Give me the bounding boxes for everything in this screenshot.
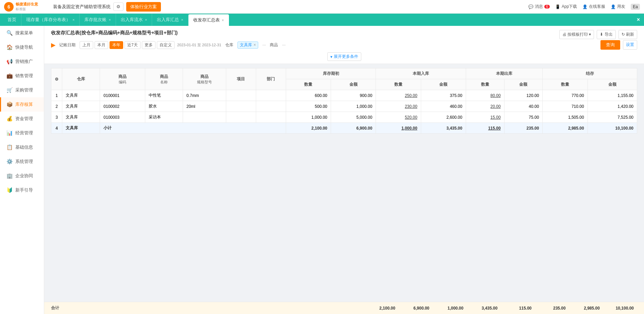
tab-close-all[interactable]: × [637, 17, 640, 23]
logo-area: 6 畅捷通好生意 标准版 [4, 2, 48, 12]
cell-balance-amount: 7,525.00 [588, 112, 637, 123]
tab-home[interactable]: 首页 [3, 14, 21, 26]
message-action[interactable]: 💬 消息 6 [528, 4, 550, 10]
sidebar-item-search[interactable]: 🔍 搜索菜单 [0, 26, 44, 40]
sidebar-item-base-info-label: 基础信息 [15, 144, 33, 150]
sidebar-item-enterprise-label: 企业协同 [15, 173, 33, 179]
operations-icon: 📊 [6, 130, 13, 136]
chevron-down-icon: ▾ [589, 32, 591, 37]
date-btn-custom[interactable]: 自定义 [157, 41, 175, 49]
top-header: 6 畅捷通好生意 标准版 装备及固定资产辅助管理系统 ⚙ 体验行业方案 💬 消息… [0, 0, 644, 14]
subtotal-in-amount: 3,435.00 [421, 123, 466, 134]
sidebar-item-enterprise[interactable]: 🏢 企业协同 [0, 169, 44, 183]
sidebar-item-operations-label: 经营管理 [15, 130, 33, 136]
cell-project [226, 90, 256, 101]
sidebar-item-marketing[interactable]: 📢 营销推广 [0, 54, 44, 69]
tab-in-out-summary-close[interactable]: × [181, 18, 183, 22]
system-name: 装备及固定资产辅助管理系统 [53, 4, 111, 10]
tab-batch-account-label: 库存批次账 [84, 17, 106, 23]
footer-in-qty: 1,000.00 [433, 306, 467, 311]
sidebar-item-operations[interactable]: 📊 经营管理 [0, 126, 44, 140]
sidebar-item-system[interactable]: ⚙️ 系统管理 [0, 154, 44, 169]
tab-in-out-summary-label: 出入库汇总 [157, 17, 179, 23]
try-plan-button[interactable]: 体验行业方案 [126, 2, 161, 12]
warehouse-more[interactable]: ··· [262, 43, 266, 47]
th-out-group: 本期出库 [466, 68, 542, 79]
date-btn-more[interactable]: 更多 [142, 41, 155, 49]
th-opening-amount: 金额 [331, 79, 376, 90]
warehouse-remove-icon[interactable]: × [253, 43, 256, 47]
message-icon: 💬 [528, 4, 533, 9]
subtotal-in-qty[interactable]: 1,000.00 [376, 123, 421, 134]
tab-batch-account-close[interactable]: × [109, 18, 111, 22]
query-button[interactable]: 查询 [600, 40, 620, 50]
tab-in-out-summary[interactable]: 出入库汇总 × [152, 14, 188, 26]
date-btn-this-month[interactable]: 本月 [95, 41, 108, 49]
product-more[interactable]: ··· [282, 43, 285, 47]
service-icon: 👤 [582, 4, 588, 9]
table-row: 1 文具库 0100001 中性笔 0.7mm 600.00 900.00 25… [51, 90, 637, 101]
subtotal-label: 小计 [100, 123, 286, 134]
gear-button[interactable]: ⚙ [113, 2, 123, 11]
tab-recv-send-summary[interactable]: 收发存汇总表 × [188, 14, 229, 26]
cell-out-qty[interactable]: 20.00 [466, 101, 504, 112]
date-btn-7days[interactable]: 近7天 [125, 41, 141, 49]
tab-home-label: 首页 [7, 17, 16, 23]
sidebar-item-inventory-label: 库存核算 [15, 101, 33, 108]
th-gear[interactable]: ⚙ [51, 68, 62, 90]
sidebar-item-purchase[interactable]: 🛒 采购管理 [0, 83, 44, 97]
subtotal-out-qty[interactable]: 115.00 [466, 123, 504, 134]
inventory-icon: 📦 [6, 101, 13, 108]
cell-opening-amount: 1,000.00 [331, 101, 376, 112]
cell-project [226, 101, 256, 112]
cell-out-qty[interactable]: 80.00 [466, 90, 504, 101]
date-btn-this-year[interactable]: 本年 [110, 41, 123, 49]
subtotal-seq: 4 [51, 123, 62, 134]
sidebar-item-sales[interactable]: 💼 销售管理 [0, 69, 44, 83]
table-row: 3 文具库 0100003 采访本 1,000.00 5,000.00 520.… [51, 112, 637, 123]
footer-totals: 2,100.00 6,900.00 1,000.00 3,435.00 115.… [92, 306, 637, 311]
tab-in-out-flow-close[interactable]: × [145, 18, 147, 22]
app-download-action[interactable]: 📱 App下载 [555, 4, 577, 10]
cell-product-name: 胶水 [145, 101, 183, 112]
sidebar-item-inventory[interactable]: 📦 库存核算 [0, 97, 44, 112]
print-button[interactable]: 🖨 按模板打印 ▾ [559, 30, 594, 39]
export-button[interactable]: ⬇ 导出 [597, 30, 615, 39]
sidebar-item-finance[interactable]: 💰 资金管理 [0, 112, 44, 126]
cell-warehouse: 文具库 [62, 112, 100, 123]
tab-batch-account[interactable]: 库存批次账 × [80, 14, 116, 26]
date-btn-last-month[interactable]: 上月 [80, 41, 93, 49]
cell-in-qty[interactable]: 230.00 [376, 101, 421, 112]
cell-product-name: 中性笔 [145, 90, 183, 101]
settings-link[interactable]: 设置 [623, 40, 637, 50]
footer-out-amount: 235.00 [535, 306, 569, 311]
user-action[interactable]: 👤 用友 [611, 4, 625, 10]
product-label: 商品 [270, 42, 278, 48]
sidebar-item-purchase-label: 采购管理 [15, 87, 33, 93]
header-action-group: 🖨 按模板打印 ▾ ⬇ 导出 ↻ 刷新 [559, 30, 637, 39]
subtotal-opening-amount: 6,900.00 [331, 123, 376, 134]
purchase-icon: 🛒 [6, 87, 13, 93]
filter-expand-arrow[interactable]: ▶ [51, 42, 55, 48]
th-out-amount: 金额 [504, 79, 543, 90]
expand-more-conditions[interactable]: ▾ 展开更多条件 [327, 52, 361, 61]
tab-recv-send-summary-close[interactable]: × [222, 18, 224, 22]
enterprise-icon: 🏢 [6, 173, 13, 179]
th-opening-group: 库存期初 [286, 68, 376, 79]
sidebar-item-base-info[interactable]: 📋 基础信息 [0, 140, 44, 154]
cell-in-qty[interactable]: 250.00 [376, 90, 421, 101]
cell-in-qty[interactable]: 520.00 [376, 112, 421, 123]
subtotal-opening-qty: 2,100.00 [286, 123, 331, 134]
refresh-button[interactable]: ↻ 刷新 [618, 30, 637, 39]
sidebar-item-guide[interactable]: 🔰 新手引导 [0, 183, 44, 197]
cell-product-code: 0100002 [100, 101, 145, 112]
tab-in-out-flow[interactable]: 出入库流水 × [116, 14, 152, 26]
sidebar-item-quick-nav[interactable]: 🏠 快捷导航 [0, 40, 44, 54]
cell-opening-qty: 600.00 [286, 90, 331, 101]
warehouse-label: 仓库 [225, 42, 233, 48]
tab-inventory-dist[interactable]: 现存量（库存分布表） × [21, 14, 80, 26]
online-service-action[interactable]: 👤 在线客服 [582, 4, 605, 10]
tab-inventory-dist-close[interactable]: × [72, 18, 75, 22]
cell-project [226, 112, 256, 123]
cell-out-qty[interactable]: 15.00 [466, 112, 504, 123]
